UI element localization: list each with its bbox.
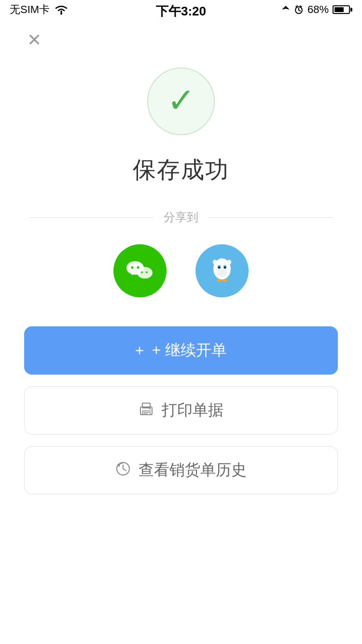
history-button-label: 查看销货单历史 bbox=[139, 460, 247, 481]
divider-left bbox=[29, 217, 154, 218]
success-title: 保存成功 bbox=[133, 154, 229, 185]
svg-point-18 bbox=[224, 266, 226, 268]
plus-icon: + bbox=[135, 342, 144, 360]
svg-point-24 bbox=[227, 260, 231, 265]
svg-line-6 bbox=[300, 6, 302, 7]
share-section: 分享到 bbox=[0, 210, 362, 297]
print-button-label: 打印单据 bbox=[162, 400, 223, 421]
success-circle: ✓ bbox=[147, 68, 215, 135]
svg-line-5 bbox=[296, 6, 297, 7]
svg-point-12 bbox=[146, 271, 148, 273]
svg-rect-27 bbox=[142, 411, 150, 415]
checkmark-icon: ✓ bbox=[167, 84, 195, 117]
svg-point-16 bbox=[218, 266, 220, 268]
status-time: 下午3:20 bbox=[156, 3, 206, 20]
qq-icon bbox=[209, 255, 236, 286]
svg-point-11 bbox=[141, 271, 143, 273]
history-icon bbox=[115, 461, 131, 480]
svg-point-23 bbox=[213, 260, 217, 265]
wechat-icon bbox=[125, 257, 155, 284]
svg-point-20 bbox=[217, 269, 227, 277]
print-button[interactable]: 打印单据 bbox=[24, 386, 338, 434]
svg-marker-1 bbox=[282, 6, 290, 10]
history-button[interactable]: 查看销货单历史 bbox=[24, 446, 338, 494]
status-right: 68% bbox=[281, 3, 352, 16]
continue-button[interactable]: + + 继续开单 bbox=[24, 326, 338, 375]
share-label: 分享到 bbox=[164, 210, 198, 225]
svg-point-9 bbox=[131, 266, 134, 269]
svg-point-10 bbox=[137, 266, 139, 269]
svg-point-30 bbox=[150, 408, 151, 409]
svg-point-21 bbox=[217, 280, 222, 282]
alarm-icon bbox=[294, 5, 304, 14]
share-icons bbox=[29, 244, 333, 297]
main-content: ✓ 保存成功 分享到 bbox=[0, 19, 362, 644]
battery-text: 68% bbox=[307, 3, 329, 16]
actions: + + 继续开单 打印单据 bbox=[0, 326, 362, 494]
wechat-share-button[interactable] bbox=[113, 244, 167, 297]
svg-line-4 bbox=[299, 10, 300, 11]
share-divider: 分享到 bbox=[29, 210, 333, 225]
battery-icon bbox=[333, 5, 352, 14]
svg-point-22 bbox=[223, 280, 227, 282]
svg-point-0 bbox=[60, 13, 62, 15]
status-bar: 无SIM卡 下午3:20 68% bbox=[0, 0, 362, 19]
carrier-text: 无SIM卡 bbox=[10, 2, 50, 17]
status-left: 无SIM卡 bbox=[10, 2, 68, 17]
location-icon bbox=[281, 5, 290, 14]
svg-line-33 bbox=[123, 469, 126, 471]
print-icon bbox=[139, 402, 154, 419]
wifi-icon bbox=[55, 4, 68, 15]
svg-point-8 bbox=[137, 267, 153, 279]
continue-button-label: + 继续开单 bbox=[152, 340, 227, 361]
divider-right bbox=[208, 217, 333, 218]
qq-share-button[interactable] bbox=[195, 244, 249, 297]
